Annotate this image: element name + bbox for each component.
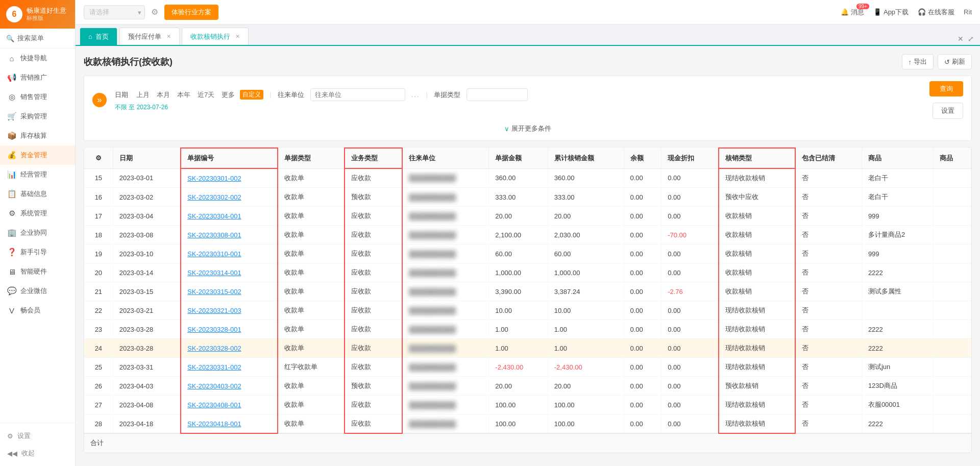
cell-partner: ██████████ xyxy=(402,358,489,377)
cell-include-settled: 否 xyxy=(795,188,862,207)
tab-expand-icon[interactable]: ⤢ xyxy=(966,33,976,45)
sidebar-settings[interactable]: ⚙ 设置 xyxy=(0,427,75,445)
sidebar-item-basic[interactable]: 📋 基础信息 xyxy=(0,184,75,204)
cell-date: 2023-03-01 xyxy=(113,168,181,188)
more-filters-icon[interactable]: ... xyxy=(411,91,420,99)
tab-home[interactable]: ⌂ 首页 xyxy=(80,28,117,45)
cell-cash-discount: 0.00 xyxy=(662,377,719,396)
table-wrapper: ⚙ 日期 单据编号 单据类型 业务类型 往来单位 单据金额 累计核销金额 余额 … xyxy=(84,147,972,453)
gear-icon[interactable]: ⚙ xyxy=(151,7,158,17)
online-support[interactable]: 🎧 在线客服 xyxy=(918,8,954,17)
search-menu[interactable]: 🔍 搜索菜单 xyxy=(0,29,75,48)
doc-no-link[interactable]: SK-20230418-001 xyxy=(187,420,241,428)
cell-cash-discount: 0.00 xyxy=(662,301,719,320)
date-prev-month[interactable]: 上月 xyxy=(134,89,152,101)
cell-amount: 20.00 xyxy=(489,207,548,226)
sidebar-item-hardware[interactable]: 🖥 智能硬件 xyxy=(0,262,75,281)
cell-doc-type: 收款单 xyxy=(278,339,345,358)
page-header: 收款核销执行(按收款) ↑ 导出 ↺ 刷新 xyxy=(84,54,972,69)
doc-no-link[interactable]: SK-20230302-002 xyxy=(187,193,241,201)
table-footer-label: 合计 xyxy=(84,433,971,453)
doc-no-link[interactable]: SK-20230315-002 xyxy=(187,288,241,296)
cell-amount: 333.00 xyxy=(489,188,548,207)
sidebar-item-wechat[interactable]: 💬 企业微信 xyxy=(0,281,75,301)
sidebar-item-guide[interactable]: ❓ 新手引导 xyxy=(0,242,75,262)
filter-toggle-button[interactable]: » xyxy=(92,93,107,107)
cell-biz-type: 应收款 xyxy=(345,320,402,339)
sidebar-item-inventory[interactable]: 📦 库存核算 xyxy=(0,126,75,145)
sidebar-collapse[interactable]: ◀◀ 收起 xyxy=(0,445,75,462)
cell-date: 2023-03-10 xyxy=(113,244,181,263)
doc-no-link[interactable]: SK-20230408-001 xyxy=(187,401,241,409)
date-this-year[interactable]: 本年 xyxy=(175,89,192,101)
refresh-button[interactable]: ↺ 刷新 xyxy=(938,54,972,69)
cell-cancel-amount: 100.00 xyxy=(548,396,624,414)
cell-no: 18 xyxy=(84,226,113,244)
cell-include-settled: 否 xyxy=(795,339,862,358)
cell-balance: 0.00 xyxy=(624,414,662,434)
setting-button[interactable]: 设置 xyxy=(933,103,963,119)
sidebar-item-marketing[interactable]: 📢 营销推广 xyxy=(0,68,75,87)
table-row: 26 2023-04-03 SK-20230403-002 收款单 预收款 ██… xyxy=(84,377,971,396)
cell-include-settled: 否 xyxy=(795,207,862,226)
tab-cancel-close-icon[interactable]: ✕ xyxy=(235,33,240,40)
cell-goods2 xyxy=(934,320,971,339)
hardware-icon: 🖥 xyxy=(7,267,16,276)
doc-no-link[interactable]: SK-20230403-002 xyxy=(187,382,241,390)
cell-biz-type: 应收款 xyxy=(345,244,402,263)
org-selector[interactable]: 请选择 ▾ xyxy=(84,5,145,19)
doc-no-link[interactable]: SK-20230314-001 xyxy=(187,269,241,277)
sidebar-item-finance[interactable]: 💰 资金管理 xyxy=(0,145,75,165)
cell-cancel-type: 收款核销 xyxy=(719,226,795,244)
cell-biz-type: 应收款 xyxy=(345,226,402,244)
doc-no-link[interactable]: SK-20230304-001 xyxy=(187,212,241,220)
sidebar-item-quick-nav[interactable]: ⌂ 快捷导航 xyxy=(0,48,75,68)
cell-doc-no: SK-20230328-002 xyxy=(181,339,278,358)
export-button[interactable]: ↑ 导出 xyxy=(902,54,934,69)
doc-no-link[interactable]: SK-20230331-002 xyxy=(187,363,241,371)
sidebar-item-enterprise[interactable]: 🏢 企业协同 xyxy=(0,223,75,242)
doc-no-link[interactable]: SK-20230328-002 xyxy=(187,345,241,352)
cell-cash-discount: 0.00 xyxy=(662,396,719,414)
user-name[interactable]: Rit xyxy=(964,8,972,16)
app-download[interactable]: 📱 App下载 xyxy=(873,8,909,17)
sidebar-item-sales[interactable]: ◎ 销售管理 xyxy=(0,87,75,107)
sidebar-label-member: 畅会员 xyxy=(20,306,40,315)
expand-more-button[interactable]: ∨ 展开更多条件 xyxy=(502,122,553,135)
sidebar-item-system[interactable]: ⚙ 系统管理 xyxy=(0,204,75,223)
date-this-month[interactable]: 本月 xyxy=(155,89,172,101)
cell-cancel-amount: 20.00 xyxy=(548,377,624,396)
date-custom[interactable]: 自定义 xyxy=(240,90,263,100)
date-7-days[interactable]: 近7天 xyxy=(195,89,216,101)
doc-no-link[interactable]: SK-20230301-002 xyxy=(187,175,241,182)
cell-doc-type: 收款单 xyxy=(278,282,345,301)
cell-cancel-type: 收款核销 xyxy=(719,282,795,301)
doc-type-select[interactable] xyxy=(467,88,528,101)
cell-cancel-amount: 60.00 xyxy=(548,244,624,263)
sidebar-item-member[interactable]: V 畅会员 xyxy=(0,301,75,320)
doc-no-link[interactable]: SK-20230328-001 xyxy=(187,326,241,333)
solution-button[interactable]: 体验行业方案 xyxy=(164,5,218,20)
cell-cancel-amount: 3,387.24 xyxy=(548,282,624,301)
cell-goods: 123D商品 xyxy=(862,377,933,396)
query-button[interactable]: 查询 xyxy=(929,81,963,96)
doc-no-link[interactable]: SK-20230321-003 xyxy=(187,307,241,314)
tab-prepay[interactable]: 预付应付单 ✕ xyxy=(119,28,180,45)
sidebar-item-purchase[interactable]: 🛒 采购管理 xyxy=(0,107,75,126)
messages-badge[interactable]: 🔔 消息 99+ xyxy=(841,8,864,17)
table-row: 18 2023-03-08 SK-20230308-001 收款单 应收款 ██… xyxy=(84,226,971,244)
cell-cancel-amount: -2,430.00 xyxy=(548,358,624,377)
logo-text: 畅康道好生意 标推版 xyxy=(27,7,66,22)
sidebar-label-purchase: 采购管理 xyxy=(20,112,47,121)
tab-cancel[interactable]: 收款核销执行 ✕ xyxy=(182,28,249,45)
sidebar-item-operations[interactable]: 📊 经营管理 xyxy=(0,165,75,184)
date-more[interactable]: 更多 xyxy=(219,89,237,101)
tab-close-all-icon[interactable]: ✕ xyxy=(955,33,966,45)
data-table: ⚙ 日期 单据编号 单据类型 业务类型 往来单位 单据金额 累计核销金额 余额 … xyxy=(84,148,971,453)
doc-no-link[interactable]: SK-20230308-001 xyxy=(187,231,241,239)
cell-cancel-type: 现结收款核销 xyxy=(719,414,795,434)
sales-icon: ◎ xyxy=(7,92,16,102)
doc-no-link[interactable]: SK-20230310-001 xyxy=(187,250,241,258)
tab-prepay-close-icon[interactable]: ✕ xyxy=(166,33,171,40)
partner-input[interactable] xyxy=(310,88,405,101)
